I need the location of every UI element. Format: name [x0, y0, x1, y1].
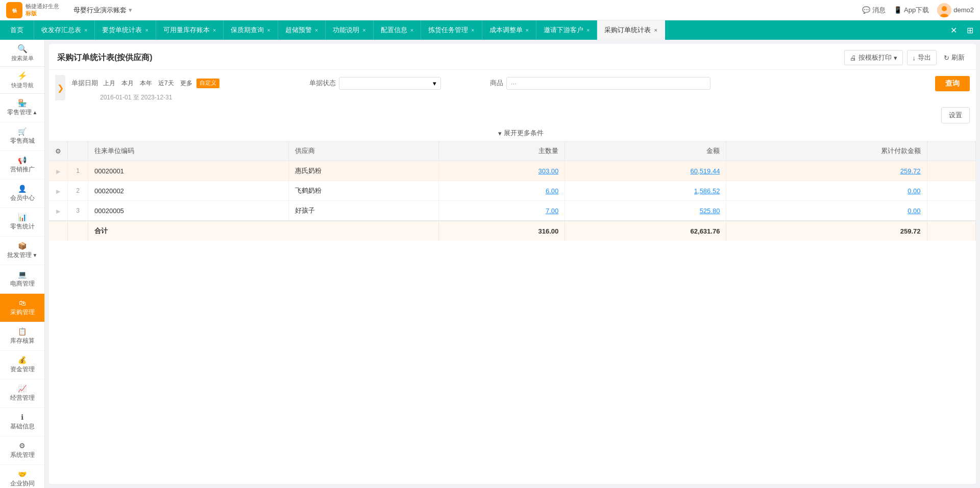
close-icon[interactable]: ×: [526, 27, 529, 33]
tab-invite-downstream[interactable]: 邀请下游客户 ×: [536, 20, 597, 40]
sidebar-item-quick-nav[interactable]: ⚡ 快捷导航: [0, 67, 44, 94]
date-shortcut-more[interactable]: 更多: [178, 79, 194, 88]
row-expand-icon[interactable]: ▶: [56, 168, 60, 174]
sidebar-item-retail-mgmt[interactable]: 🏪 零售管理 ▲: [0, 94, 44, 122]
tab-home[interactable]: 首页: [0, 20, 34, 40]
sidebar-item-basic-info[interactable]: ℹ 基础信息: [0, 408, 44, 436]
sidebar-item-system-mgmt[interactable]: ⚙ 系统管理: [0, 436, 44, 465]
cell-amount-1[interactable]: 60,519.44: [565, 161, 726, 181]
date-custom-tag[interactable]: 自定义: [197, 79, 219, 88]
sidebar-item-marketing[interactable]: 📢 营销推广: [0, 151, 44, 179]
tab-warranty[interactable]: 保质期查询 ×: [224, 20, 278, 40]
filter-collapse-button[interactable]: ❯: [55, 75, 65, 100]
logo-area: 畅 畅捷通好生意 标版: [6, 2, 59, 18]
filter-actions: 查询: [935, 75, 970, 91]
close-icon[interactable]: ×: [654, 27, 657, 33]
cell-amount-3[interactable]: 525.80: [565, 201, 726, 221]
goods-more-icon[interactable]: ···: [511, 80, 517, 87]
cell-supplier-code-1: 00020001: [88, 161, 289, 181]
status-select[interactable]: ▾: [339, 77, 441, 90]
sidebar-item-enterprise-collab[interactable]: 🤝 企业协同: [0, 465, 44, 488]
column-settings-icon[interactable]: ⚙: [55, 147, 61, 155]
operations-label: 经营管理: [10, 394, 35, 402]
sidebar-item-ecommerce[interactable]: 💻 电商管理: [0, 265, 44, 294]
date-range-row: 2016-01-01 至 2023-12-31: [71, 91, 970, 103]
tab-receive-summary[interactable]: 收发存汇总表 ×: [34, 20, 95, 40]
refresh-button[interactable]: ↻ 刷新: [941, 50, 968, 65]
row-expand-1[interactable]: ▶: [49, 161, 68, 181]
sidebar-item-operations[interactable]: 📈 经营管理: [0, 379, 44, 408]
tab-overstock[interactable]: 超储预警 ×: [278, 20, 326, 40]
data-table: ⚙ 往来单位编码 供应商 主数量 金额 累计付款金额: [49, 141, 976, 241]
status-filter-label: 单据状态: [309, 79, 336, 88]
tab-function-desc[interactable]: 功能说明 ×: [326, 20, 373, 40]
export-button[interactable]: ↓ 导出: [907, 50, 937, 65]
goods-filter: 商品 ···: [490, 77, 710, 90]
cell-main-qty-2[interactable]: 6.00: [439, 181, 565, 201]
date-shortcut-this-year[interactable]: 本年: [138, 79, 154, 88]
row-num-1: 1: [68, 161, 88, 181]
workspace-selector[interactable]: 母婴行业演示账套 ▾: [74, 6, 132, 15]
tabs-restore-button[interactable]: ⊞: [964, 24, 976, 36]
close-icon[interactable]: ×: [84, 27, 87, 33]
sidebar-item-wholesale-mgmt[interactable]: 📦 批发管理 ▼: [0, 237, 44, 265]
column-supplier-name: 供应商: [289, 141, 439, 161]
sidebar-search[interactable]: 🔍 搜索菜单: [0, 40, 44, 67]
tab-available-stock[interactable]: 可用量库存账本 ×: [156, 20, 224, 40]
close-icon[interactable]: ×: [315, 27, 318, 33]
cell-paid-amount-3[interactable]: 0.00: [726, 201, 927, 221]
tab-purchase-stats[interactable]: 采购订单统计表 ×: [597, 20, 665, 40]
cell-paid-amount-1[interactable]: 259.72: [726, 161, 927, 181]
footer-paid-amount: 259.72: [726, 221, 927, 241]
date-shortcut-this-month[interactable]: 本月: [119, 79, 136, 88]
cell-amount-2[interactable]: 1,586.52: [565, 181, 726, 201]
expand-more-row: ▾ 展开更多条件: [71, 125, 970, 141]
page-title: 采购订单统计表(按供应商): [57, 53, 153, 63]
sidebar-item-retail-shop[interactable]: 🛒 零售商城: [0, 122, 44, 151]
settings-button[interactable]: 设置: [941, 107, 970, 123]
expand-more-button[interactable]: ▾ 展开更多条件: [498, 129, 544, 138]
close-icon[interactable]: ×: [362, 27, 365, 33]
close-icon[interactable]: ×: [471, 27, 474, 33]
row-expand-2[interactable]: ▶: [49, 181, 68, 201]
column-settings[interactable]: ⚙: [49, 141, 68, 161]
column-row-num: [68, 141, 88, 161]
tabs-close-button[interactable]: ✕: [947, 24, 960, 36]
cell-main-qty-3[interactable]: 7.00: [439, 201, 565, 221]
message-button[interactable]: 💬 消息: [862, 6, 886, 15]
close-icon[interactable]: ×: [586, 27, 590, 33]
print-button[interactable]: 🖨 按模板打印 ▾: [844, 50, 903, 65]
tab-pick-task[interactable]: 拣货任务管理 ×: [421, 20, 482, 40]
sidebar-item-inventory-check[interactable]: 📋 库存核算: [0, 322, 44, 351]
query-button[interactable]: 查询: [935, 76, 970, 91]
table-row: ▶ 2 00020002 飞鹤奶粉 6.00 1,586.52 0.00: [49, 181, 976, 201]
tab-config-info[interactable]: 配置信息 ×: [374, 20, 421, 40]
cell-main-qty-1[interactable]: 303.00: [439, 161, 565, 181]
download-icon: 📱: [894, 6, 902, 14]
app-download-button[interactable]: 📱 App下载: [894, 6, 929, 15]
sidebar-item-finance-mgmt[interactable]: 💰 资金管理: [0, 351, 44, 379]
sidebar-item-retail-stats[interactable]: 📊 零售统计: [0, 208, 44, 237]
row-expand-icon-3[interactable]: ▶: [56, 208, 60, 214]
sidebar: 🔍 搜索菜单 ⚡ 快捷导航 🏪 零售管理 ▲ 🛒 零售商城 📢 营销推广 👤 会…: [0, 40, 45, 488]
printer-icon: 🖨: [850, 54, 856, 62]
message-icon: 💬: [862, 6, 870, 14]
tab-goods-stats[interactable]: 要货单统计表 ×: [95, 20, 156, 40]
sidebar-item-purchase-mgmt[interactable]: 🛍 采购管理: [0, 294, 44, 322]
close-icon[interactable]: ×: [145, 27, 148, 33]
close-icon[interactable]: ×: [267, 27, 270, 33]
row-expand-3[interactable]: ▶: [49, 201, 68, 221]
close-icon[interactable]: ×: [213, 27, 216, 33]
user-menu[interactable]: demo2: [937, 3, 974, 17]
table-body: ▶ 1 00020001 惠氏奶粉 303.00 60,519.44 259.7…: [49, 161, 976, 221]
goods-input[interactable]: ···: [506, 77, 710, 90]
search-icon: 🔍: [17, 44, 28, 54]
tab-cost-adjust[interactable]: 成本调整单 ×: [482, 20, 536, 40]
sidebar-item-member-center[interactable]: 👤 会员中心: [0, 179, 44, 208]
date-shortcut-7days[interactable]: 近7天: [156, 79, 176, 88]
date-shortcut-last-month[interactable]: 上月: [101, 79, 117, 88]
expand-icon-2: ▼: [33, 252, 38, 258]
row-expand-icon-2[interactable]: ▶: [56, 188, 60, 194]
close-icon[interactable]: ×: [410, 27, 413, 33]
cell-paid-amount-2[interactable]: 0.00: [726, 181, 927, 201]
